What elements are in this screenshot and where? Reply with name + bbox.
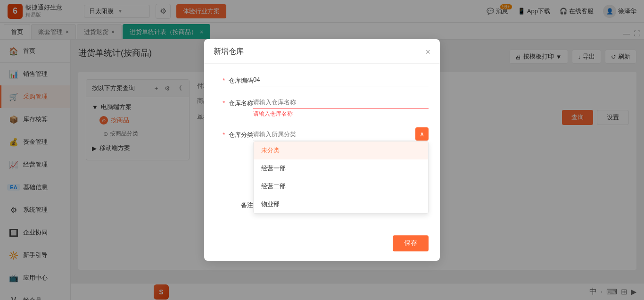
form-row-name: * 仓库名称 请输入仓库名称 — [215, 96, 429, 118]
code-field-label: * 仓库编码 — [215, 73, 253, 85]
name-error-msg: 请输入仓库名称 — [253, 110, 429, 118]
required-star-name: * — [223, 100, 225, 107]
category-dropdown: 未分类 经营一部 经营二部 物业部 — [253, 141, 429, 214]
category-label-text: 仓库分类 — [229, 131, 253, 138]
dropdown-item-uncategorized[interactable]: 未分类 — [254, 142, 428, 159]
remark-field-label: 备注 — [215, 198, 253, 209]
chevron-up-icon: ∧ — [420, 130, 424, 138]
dropdown-item-property[interactable]: 物业部 — [254, 195, 428, 213]
category-field-wrap: ∧ 未分类 经营一部 经营二部 物业部 — [253, 127, 429, 141]
category-toggle-button[interactable]: ∧ — [415, 127, 429, 141]
form-row-category: * 仓库分类 ∧ 未分类 经营一部 经营二部 物业部 — [215, 127, 429, 141]
name-field-wrap: 请输入仓库名称 — [253, 96, 429, 118]
form-row-code: * 仓库编码 — [215, 73, 429, 86]
modal-close-button[interactable]: × — [425, 48, 430, 56]
modal-title: 新增仓库 — [214, 47, 244, 57]
name-field-label: * 仓库名称 — [215, 96, 253, 108]
required-star-category: * — [223, 131, 225, 138]
modal-overlay[interactable]: 新增仓库 × * 仓库编码 * 仓库名称 — [0, 0, 644, 300]
modal-body: * 仓库编码 * 仓库名称 请输入仓库名称 — [204, 64, 440, 230]
name-label-text: 仓库名称 — [229, 100, 253, 107]
required-star-code: * — [223, 77, 225, 84]
name-input[interactable] — [253, 96, 429, 109]
code-input[interactable] — [253, 73, 429, 86]
category-input[interactable] — [253, 128, 415, 141]
code-field-wrap — [253, 73, 429, 86]
dropdown-item-dept2[interactable]: 经营二部 — [254, 177, 428, 195]
modal-header: 新增仓库 × — [204, 39, 440, 64]
dropdown-item-dept1[interactable]: 经营一部 — [254, 159, 428, 177]
remark-label-text: 备注 — [241, 201, 253, 208]
category-field-label: * 仓库分类 — [215, 127, 253, 139]
save-button[interactable]: 保存 — [393, 235, 429, 251]
category-select-wrap: ∧ — [253, 127, 429, 141]
modal-add-warehouse: 新增仓库 × * 仓库编码 * 仓库名称 — [204, 39, 440, 261]
code-label-text: 仓库编码 — [229, 77, 253, 84]
modal-footer: 保存 — [204, 230, 440, 261]
